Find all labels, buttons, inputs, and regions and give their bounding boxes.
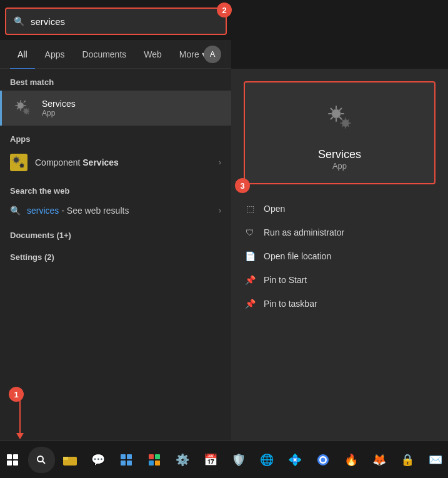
taskbar-explorer[interactable] <box>114 447 139 473</box>
taskbar-calendar[interactable]: 📅 <box>198 447 224 473</box>
web-search-item[interactable]: 🔍 services - See web results › <box>0 199 231 222</box>
tab-apps[interactable]: Apps <box>37 44 72 64</box>
context-run-admin[interactable]: 🛡 Run as administrator <box>237 221 442 244</box>
taskbar-app4[interactable]: 🔥 <box>338 447 364 473</box>
pin-start-icon: 📌 <box>244 274 256 286</box>
taskbar-settings-app[interactable]: ⚙️ <box>170 447 196 473</box>
run-admin-label: Run as administrator <box>264 227 344 237</box>
search-icon: 🔍 <box>14 16 24 26</box>
component-services-item[interactable]: Component Services › <box>0 147 231 177</box>
taskbar: 💬 ⚙️ 📅 🛡️ 🌐 💠 🔥 🦊 � <box>0 441 448 478</box>
best-match-label: Best match <box>0 69 231 91</box>
badge-1: 1 <box>9 387 24 402</box>
pin-taskbar-label: Pin to taskbar <box>264 299 317 309</box>
taskbar-firefox[interactable]: 🦊 <box>366 447 392 473</box>
svg-rect-9 <box>7 461 12 466</box>
tab-web[interactable]: Web <box>136 44 169 64</box>
context-file-location[interactable]: 📄 Open file location <box>237 244 442 268</box>
search-bar[interactable]: 🔍 services 2 <box>5 7 227 35</box>
svg-point-25 <box>321 457 325 462</box>
svg-rect-18 <box>127 461 132 466</box>
web-search-icon: 🔍 <box>10 206 21 216</box>
app-preview-name: Services <box>318 148 361 161</box>
context-menu: ⬚ Open 🛡 Run as administrator 📄 Open fil… <box>231 197 448 316</box>
app-preview-icon <box>324 101 356 141</box>
folder-icon: 📄 <box>244 250 256 262</box>
taskbar-mail[interactable]: ✉️ <box>422 447 448 473</box>
component-services-label: Component Services <box>35 157 211 167</box>
nav-tabs: All Apps Documents Web More ▾ A <box>0 40 231 69</box>
svg-rect-17 <box>121 461 126 466</box>
context-pin-taskbar[interactable]: 📌 Pin to taskbar <box>237 292 442 316</box>
shield-icon: 🛡 <box>244 226 256 239</box>
apps-section-label: Apps <box>0 126 231 147</box>
taskbar-chrome[interactable] <box>310 447 336 473</box>
svg-rect-14 <box>63 457 68 460</box>
best-match-title: Services <box>42 99 76 109</box>
search-web-label: Search the web <box>0 177 231 199</box>
tab-documents[interactable]: Documents <box>74 44 134 64</box>
taskbar-teams[interactable]: 💬 <box>86 447 111 473</box>
web-search-chevron: › <box>219 206 221 215</box>
svg-rect-7 <box>7 454 12 459</box>
taskbar-browser[interactable]: 🌐 <box>254 447 279 473</box>
open-icon: ⬚ <box>244 202 256 215</box>
context-open[interactable]: ⬚ Open <box>237 197 442 221</box>
app-preview-subtitle: App <box>332 161 347 171</box>
best-match-item[interactable]: Services App <box>0 91 231 126</box>
svg-point-11 <box>37 456 43 462</box>
taskbar-files[interactable] <box>57 447 83 473</box>
pin-start-label: Pin to Start <box>264 275 307 285</box>
component-services-icon <box>10 154 27 171</box>
app-preview: Services App 3 <box>244 81 436 184</box>
right-panel: Services App 3 ⬚ Open 🛡 Run as administr… <box>231 69 448 441</box>
arrow-line <box>19 396 21 433</box>
taskbar-vpn[interactable]: 🔒 <box>394 447 420 473</box>
arrow-head <box>16 433 24 439</box>
web-search-text: services - See web results <box>27 206 212 216</box>
svg-rect-10 <box>13 461 18 466</box>
svg-line-12 <box>42 461 45 464</box>
svg-rect-8 <box>13 454 18 459</box>
services-icon <box>12 97 34 119</box>
left-panel: Best match Services App Apps <box>0 69 231 441</box>
svg-rect-16 <box>127 454 132 459</box>
taskbar-slack[interactable]: 💠 <box>282 447 307 473</box>
badge-2: 2 <box>217 2 232 17</box>
pin-taskbar-icon: 📌 <box>244 297 256 310</box>
tab-all[interactable]: All <box>10 44 35 64</box>
arrow-annotation-1: 1 <box>16 396 24 439</box>
component-services-chevron: › <box>219 158 221 167</box>
best-match-subtitle: App <box>42 109 76 117</box>
open-label: Open <box>264 204 285 214</box>
search-query: services <box>31 16 218 27</box>
nav-avatar[interactable]: A <box>204 46 221 63</box>
taskbar-store[interactable] <box>142 447 167 473</box>
documents-label: Documents (1+) <box>0 222 231 244</box>
taskbar-search[interactable] <box>28 447 55 473</box>
svg-rect-22 <box>155 461 160 466</box>
taskbar-antivirus[interactable]: 🛡️ <box>226 447 251 473</box>
svg-point-5 <box>332 109 341 118</box>
svg-rect-20 <box>155 454 160 459</box>
svg-rect-21 <box>149 461 154 466</box>
svg-rect-19 <box>149 454 154 459</box>
settings-label: Settings (2) <box>0 244 231 266</box>
svg-rect-15 <box>121 454 126 459</box>
taskbar-start[interactable] <box>0 447 26 473</box>
badge-3: 3 <box>235 178 250 193</box>
file-location-label: Open file location <box>264 251 331 261</box>
context-pin-start[interactable]: 📌 Pin to Start <box>237 268 442 292</box>
